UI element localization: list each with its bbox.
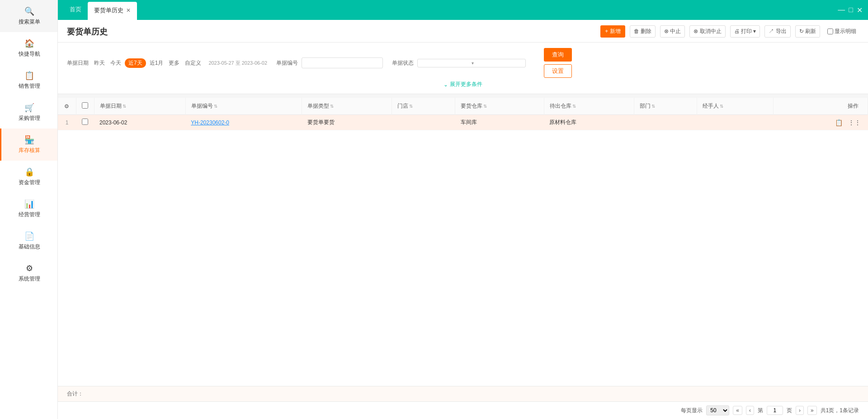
- table-row[interactable]: 1 2023-06-02 YH-20230602-0 要货单要货 车间库 原材料…: [58, 115, 868, 130]
- topbar-tab-home[interactable]: 首页: [63, 0, 88, 20]
- th-dept[interactable]: 部门⇅: [634, 98, 697, 115]
- sidebar-item-inventory[interactable]: 🏪库存核算: [0, 129, 57, 161]
- bill-no-label: 单据编号: [276, 59, 298, 67]
- th-date-label: 单据日期: [100, 103, 122, 109]
- add-button[interactable]: + 新增: [600, 25, 625, 38]
- th-bill-no-label: 单据编号: [191, 103, 213, 109]
- settings-button[interactable]: 设置: [544, 64, 572, 78]
- th-handler[interactable]: 经手人⇅: [697, 98, 773, 115]
- status-select[interactable]: ▾: [417, 59, 526, 67]
- topbar: 首页要货单历史✕ — □ ✕: [58, 0, 868, 20]
- tab-close-requisition-history[interactable]: ✕: [126, 7, 131, 14]
- sidebar-item-finance-mgmt[interactable]: 🔒资金管理: [0, 161, 57, 193]
- sidebar-item-sales-mgmt[interactable]: 📋销售管理: [0, 64, 57, 96]
- delete-button[interactable]: 🗑 删除: [630, 25, 656, 38]
- topbar-tab-requisition-history[interactable]: 要货单历史✕: [88, 2, 137, 20]
- main-content: 首页要货单历史✕ — □ ✕ 要货单历史 + 新增🗑 删除⊗ 中止⊗ 取消中止🖨…: [58, 0, 868, 419]
- sidebar-item-purchase-mgmt[interactable]: 🛒采购管理: [0, 96, 57, 129]
- display-detail-button[interactable]: 显示明细: [825, 28, 859, 35]
- row-date: 2023-06-02: [94, 115, 185, 130]
- row-bill-no[interactable]: YH-20230602-0: [185, 115, 302, 130]
- sort-icon: ⇅: [572, 104, 576, 109]
- sidebar-item-label: 搜索菜单: [19, 18, 40, 26]
- sales-mgmt-icon: 📋: [24, 71, 34, 81]
- bill-no-input[interactable]: [302, 57, 383, 68]
- page-suffix: 页: [787, 407, 792, 414]
- query-btn-group: 查询 设置: [544, 48, 572, 78]
- status-filter-group: 单据状态 ▾: [392, 59, 526, 67]
- date-shortcut-more[interactable]: 更多: [167, 59, 181, 67]
- first-page-button[interactable]: «: [733, 406, 742, 415]
- date-shortcut-today[interactable]: 今天: [108, 59, 123, 67]
- topbar-tabs: 首页要货单历史✕: [63, 0, 137, 20]
- cancel-stop-button[interactable]: ⊗ 取消中止: [689, 25, 725, 38]
- sort-icon: ⇅: [214, 104, 217, 109]
- query-button[interactable]: 查询: [544, 48, 572, 62]
- print-button[interactable]: 🖨 打印 ▾: [730, 25, 760, 38]
- date-shortcut-last_month[interactable]: 近1月: [148, 59, 165, 67]
- select-all-checkbox[interactable]: [82, 102, 88, 109]
- th-dept-label: 部门: [640, 103, 651, 109]
- date-shortcut-yesterday[interactable]: 昨天: [92, 59, 107, 67]
- stop-button[interactable]: ⊗ 中止: [660, 25, 685, 38]
- base-info-icon: 📄: [24, 231, 34, 241]
- sidebar-item-label: 快捷导航: [19, 50, 40, 58]
- sidebar-item-label: 销售管理: [19, 82, 40, 90]
- minimize-button[interactable]: —: [838, 6, 845, 14]
- date-shortcut-last7days[interactable]: 近7天: [125, 58, 146, 68]
- th-checkbox[interactable]: [76, 98, 94, 115]
- system-mgmt-icon: ⚙: [26, 263, 33, 273]
- last-page-button[interactable]: »: [807, 406, 817, 415]
- expand-more-btn[interactable]: ⌄ 展开更多条件: [67, 81, 859, 88]
- sidebar-item-label: 采购管理: [19, 114, 40, 122]
- th-store-label: 门店: [397, 103, 408, 109]
- th-req-warehouse[interactable]: 要货仓库⇅: [455, 98, 544, 115]
- display-detail-checkbox[interactable]: [827, 29, 833, 34]
- row-operations: 📋 ⋮⋮: [773, 115, 868, 130]
- sidebar-item-base-info[interactable]: 📄基础信息: [0, 225, 57, 257]
- date-shortcuts: 昨天今天近7天近1月更多自定义: [92, 58, 203, 68]
- sidebar-item-quick-nav[interactable]: 🏠快捷导航: [0, 32, 57, 64]
- table-container[interactable]: ⚙ 单据日期⇅ 单据编号⇅ 单据类型⇅ 门店⇅ 要货仓库⇅ 待出仓库⇅ 部门⇅ …: [58, 98, 868, 386]
- th-bill-type-label: 单据类型: [307, 103, 329, 109]
- th-bill-no[interactable]: 单据编号⇅: [185, 98, 302, 115]
- edit-icon[interactable]: 📋: [833, 118, 844, 127]
- table-body: 1 2023-06-02 YH-20230602-0 要货单要货 车间库 原材料…: [58, 115, 868, 130]
- date-label: 单据日期: [67, 59, 89, 67]
- table-header-row: ⚙ 单据日期⇅ 单据编号⇅ 单据类型⇅ 门店⇅ 要货仓库⇅ 待出仓库⇅ 部门⇅ …: [58, 98, 868, 115]
- sidebar: 🔍搜索菜单🏠快捷导航📋销售管理🛒采购管理🏪库存核算🔒资金管理📊经营管理📄基础信息…: [0, 0, 58, 419]
- sort-icon: ⇅: [720, 104, 723, 109]
- tab-label-requisition-history: 要货单历史: [94, 6, 123, 14]
- next-page-button[interactable]: ›: [796, 406, 804, 415]
- th-bill-type[interactable]: 单据类型⇅: [302, 98, 392, 115]
- sort-icon: ⇅: [409, 104, 413, 109]
- th-operation: 操作: [773, 98, 868, 115]
- maximize-button[interactable]: □: [849, 6, 853, 14]
- th-req-warehouse-label: 要货仓库: [461, 103, 482, 109]
- more-icon[interactable]: ⋮⋮: [846, 118, 863, 127]
- row-bill-type: 要货单要货: [302, 115, 392, 130]
- pagination-bar: 每页显示 50 20 100 « ‹ 第 页 › » 共1页，1条记录: [58, 401, 868, 419]
- page-size-select[interactable]: 50 20 100: [706, 405, 729, 415]
- sidebar-item-ops-mgmt[interactable]: 📊经营管理: [0, 193, 57, 225]
- prev-page-button[interactable]: ‹: [746, 406, 754, 415]
- export-button[interactable]: ↗ 导出: [764, 25, 790, 38]
- row-pending-warehouse: 原材料仓库: [544, 115, 634, 130]
- close-window-button[interactable]: ✕: [857, 6, 863, 14]
- filter-area: 单据日期 昨天今天近7天近1月更多自定义 2023-05-27 至 2023-0…: [58, 43, 868, 94]
- sidebar-item-search-menu[interactable]: 🔍搜索菜单: [0, 0, 57, 32]
- page-number-input[interactable]: [767, 406, 783, 415]
- sidebar-item-system-mgmt[interactable]: ⚙系统管理: [0, 257, 57, 289]
- th-settings: ⚙: [58, 98, 76, 115]
- row-select-checkbox[interactable]: [82, 119, 88, 125]
- date-shortcut-custom[interactable]: 自定义: [183, 59, 203, 67]
- row-checkbox[interactable]: [76, 115, 94, 130]
- table-footer: 合计：: [58, 386, 868, 401]
- th-store[interactable]: 门店⇅: [392, 98, 455, 115]
- refresh-button[interactable]: ↻ 刷新: [795, 25, 820, 38]
- row-store: [392, 115, 455, 130]
- page-header: 要货单历史 + 新增🗑 删除⊗ 中止⊗ 取消中止🖨 打印 ▾↗ 导出↻ 刷新显示…: [58, 20, 868, 43]
- bill-no-filter-group: 单据编号: [276, 57, 383, 68]
- th-pending-warehouse[interactable]: 待出仓库⇅: [544, 98, 634, 115]
- th-date[interactable]: 单据日期⇅: [94, 98, 185, 115]
